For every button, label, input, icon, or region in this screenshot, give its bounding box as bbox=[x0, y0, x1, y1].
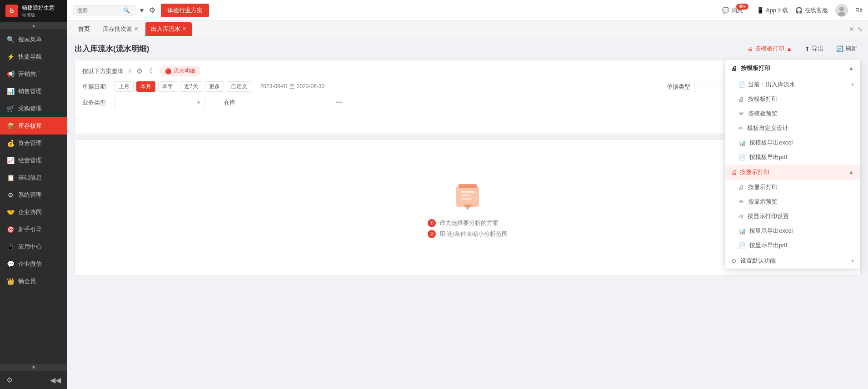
current-template-item[interactable]: 📄 当前：出入库流水 ▾ bbox=[725, 77, 860, 92]
sidebar-item-finance[interactable]: 💰 资金管理 bbox=[0, 135, 67, 152]
app-center-icon: 📱 bbox=[6, 243, 15, 251]
topbar: 🔍 ▾ ⚙ 体验行业方案 💬 消息 99+ 📱 App下载 🎧 在线客服 bbox=[67, 0, 868, 21]
date-btn-7days[interactable]: 近7天 bbox=[180, 81, 202, 92]
display-export-excel-icon: 📊 bbox=[738, 228, 746, 234]
page-title: 出入库流水(流水明细) bbox=[75, 44, 149, 54]
sidebar-nav: 🔍 搜索菜单 ⚡ 快捷导航 📢 营销推广 📊 销售管理 🛒 采购管理 📦 库存核… bbox=[0, 29, 67, 364]
display-preview-item[interactable]: 👁 按显示预览 bbox=[725, 194, 860, 209]
topbar-dropdown-button[interactable]: ▾ bbox=[140, 6, 144, 15]
username-label[interactable]: Rit bbox=[855, 7, 863, 14]
close-window-btn[interactable]: ✕ bbox=[849, 25, 854, 33]
display-print-group-header[interactable]: 🖨 按显示打印 ▲ bbox=[725, 165, 860, 180]
sidebar-item-marketing[interactable]: 📢 营销推广 bbox=[0, 65, 67, 83]
print-template-btn[interactable]: 🖨 按模板打印 ▲ bbox=[743, 43, 796, 55]
date-label: 单据日期 bbox=[82, 83, 107, 91]
sidebar-item-guide[interactable]: 🎯 新手引导 bbox=[0, 221, 67, 238]
display-print-item[interactable]: 🖨 按显示打印 bbox=[725, 180, 860, 194]
export-btn[interactable]: ⬆ 导出 bbox=[801, 43, 827, 55]
main-area: 🔍 ▾ ⚙ 体验行业方案 💬 消息 99+ 📱 App下载 🎧 在线客服 bbox=[67, 0, 868, 389]
date-btn-this-month[interactable]: 本月 bbox=[136, 81, 155, 92]
refresh-btn[interactable]: 🔄 刷新 bbox=[833, 43, 861, 55]
bill-type-label: 单据类型 bbox=[667, 83, 690, 91]
svg-rect-7 bbox=[461, 198, 472, 200]
maximize-window-btn[interactable]: ⤡ bbox=[857, 25, 863, 33]
empty-step-2: ② 用[选]条件来缩小分析范围 bbox=[428, 230, 508, 238]
online-service-btn[interactable]: 🎧 在线客服 bbox=[795, 6, 828, 15]
collapse-filter-btn[interactable]: 《 bbox=[145, 66, 153, 76]
sidebar-item-purchase[interactable]: 🛒 采购管理 bbox=[0, 100, 67, 117]
template-export-pdf-item[interactable]: 📄 按模板导出pdf bbox=[725, 150, 860, 165]
business-type-label: 业务类型 bbox=[82, 99, 107, 107]
filter-tag-icon: 🔴 bbox=[165, 68, 172, 75]
sidebar-item-basic-info[interactable]: 📋 基础信息 bbox=[0, 169, 67, 186]
sidebar-item-sales[interactable]: 📊 销售管理 bbox=[0, 83, 67, 100]
warehouse-select[interactable]: ••• bbox=[256, 97, 347, 108]
display-export-excel-item[interactable]: 📊 按显示导出excel bbox=[725, 224, 860, 238]
warehouse-label: 仓库 bbox=[224, 99, 249, 107]
date-btn-custom[interactable]: 自定义 bbox=[227, 81, 251, 92]
sales-icon: 📊 bbox=[6, 87, 15, 95]
page-header: 出入库流水(流水明细) 🖨 按模板打印 ▲ ⬆ 导出 🔄 刷新 bbox=[75, 43, 861, 55]
inventory-icon: 📦 bbox=[6, 122, 15, 130]
message-btn[interactable]: 💬 消息 99+ bbox=[722, 6, 743, 15]
template-custom-item[interactable]: ✏ 模板自定义设计 bbox=[725, 121, 860, 135]
sidebar-item-search[interactable]: 🔍 搜索菜单 bbox=[0, 31, 67, 48]
search-section-label: 按以下方案查询 bbox=[82, 67, 124, 75]
sidebar-item-quick-nav[interactable]: ⚡ 快捷导航 bbox=[0, 48, 67, 65]
page-actions: 🖨 按模板打印 ▲ ⬆ 导出 🔄 刷新 bbox=[743, 43, 861, 55]
topbar-gear-icon[interactable]: ⚙ bbox=[147, 4, 157, 16]
sidebar-item-app-center[interactable]: 📱 应用中心 bbox=[0, 238, 67, 255]
current-template-arrow-icon: ▾ bbox=[851, 81, 854, 88]
template-print-icon: 🖨 bbox=[738, 96, 744, 103]
template-print-item[interactable]: 🖨 按模板打印 bbox=[725, 92, 860, 106]
svg-rect-6 bbox=[461, 194, 470, 196]
tab-batch-account-close[interactable]: ✕ bbox=[134, 26, 138, 32]
display-print-icon: 🖨 bbox=[738, 184, 744, 191]
app-download-btn[interactable]: 📱 App下载 bbox=[757, 6, 788, 15]
date-btn-last-month[interactable]: 上月 bbox=[115, 81, 134, 92]
sidebar-bottom: ⚙ ◀◀ bbox=[0, 371, 67, 389]
template-export-excel-item[interactable]: 📊 按模板导出excel bbox=[725, 135, 860, 150]
business-type-select[interactable]: ▾ bbox=[115, 97, 205, 108]
sidebar-item-operations[interactable]: 📈 经营管理 bbox=[0, 152, 67, 169]
sidebar-item-system[interactable]: ⚙ 系统管理 bbox=[0, 186, 67, 204]
operations-icon: 📈 bbox=[6, 156, 15, 165]
template-preview-item[interactable]: 👁 按模板预览 bbox=[725, 106, 860, 121]
filter-tag[interactable]: 🔴 流水明细 bbox=[160, 66, 200, 76]
template-custom-icon: ✏ bbox=[738, 125, 743, 132]
collapse-sidebar-icon[interactable]: ◀◀ bbox=[50, 376, 61, 384]
settings-bottom-icon[interactable]: ⚙ bbox=[6, 376, 13, 384]
display-export-pdf-item[interactable]: 📄 按显示导出pdf bbox=[725, 238, 860, 253]
date-btn-more[interactable]: 更多 bbox=[205, 81, 224, 92]
display-print-settings-item[interactable]: ⚙ 按显示打印设置 bbox=[725, 209, 860, 224]
sidebar-scroll-up[interactable]: ▲ bbox=[0, 22, 67, 29]
sidebar-item-member[interactable]: 👑 畅会员 bbox=[0, 273, 67, 290]
guide-icon: 🎯 bbox=[6, 225, 15, 234]
date-range-display: 2023-06-01 至 2023-06-30 bbox=[260, 83, 324, 90]
default-function-item[interactable]: ⚙ 设置默认功能 ▾ bbox=[725, 253, 860, 269]
sidebar-item-inventory[interactable]: 📦 库存核算 bbox=[0, 117, 67, 135]
tab-flow[interactable]: 出入库流水 ✕ bbox=[145, 22, 192, 36]
section-collapse-icon[interactable]: ▲ bbox=[848, 65, 854, 71]
display-group-arrow-icon: ▲ bbox=[848, 169, 854, 175]
date-btn-this-year[interactable]: 本年 bbox=[158, 81, 177, 92]
topbar-search-box[interactable]: 🔍 bbox=[73, 5, 136, 15]
tab-home[interactable]: 首页 bbox=[73, 22, 95, 36]
sidebar-item-wechat[interactable]: 💬 企业微信 bbox=[0, 255, 67, 273]
sidebar-item-cooperation[interactable]: 🤝 企业协同 bbox=[0, 204, 67, 221]
cooperation-icon: 🤝 bbox=[6, 208, 15, 216]
warehouse-more-icon[interactable]: ••• bbox=[336, 99, 342, 106]
display-print-settings-icon: ⚙ bbox=[738, 213, 744, 220]
search-input[interactable] bbox=[77, 7, 122, 14]
search-icon: 🔍 bbox=[6, 35, 15, 44]
tab-batch-account[interactable]: 库存批次账 ✕ bbox=[97, 22, 144, 36]
filter-settings-btn[interactable]: ⚙ bbox=[136, 67, 143, 75]
add-filter-btn[interactable]: ＋ bbox=[126, 66, 134, 76]
search-section-label-group: 按以下方案查询 ＋ ⚙ 《 bbox=[82, 66, 153, 76]
display-export-pdf-icon: 📄 bbox=[738, 242, 746, 249]
window-buttons: ✕ ⤡ bbox=[849, 25, 863, 33]
industry-btn[interactable]: 体验行业方案 bbox=[161, 4, 209, 17]
user-avatar[interactable] bbox=[835, 4, 848, 17]
tab-flow-close[interactable]: ✕ bbox=[182, 26, 186, 32]
sidebar-scroll-down[interactable]: ▼ bbox=[0, 364, 67, 371]
